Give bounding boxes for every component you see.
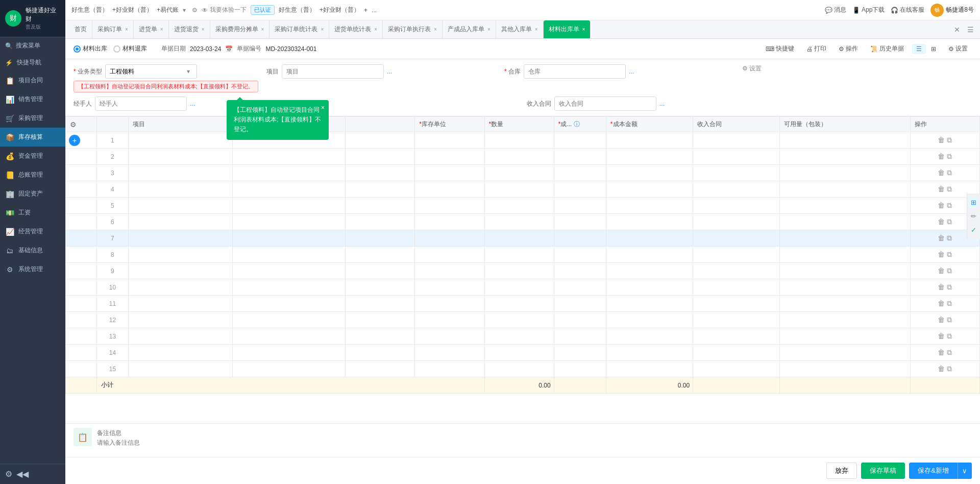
row-3-copy-icon[interactable]: ⧉	[947, 168, 952, 177]
row-11-available[interactable]	[780, 296, 910, 312]
row-4-unit[interactable]	[415, 181, 484, 198]
row-3-available[interactable]	[780, 165, 910, 181]
row-2-cost-amount[interactable]	[606, 149, 693, 165]
row-12-quantity[interactable]	[484, 312, 554, 328]
row-12-unit[interactable]	[415, 312, 484, 328]
row-13-copy-icon[interactable]: ⧉	[947, 332, 952, 341]
row-2-unit[interactable]	[415, 149, 484, 165]
row-2-material[interactable]	[232, 149, 345, 165]
row-15-cost-amount[interactable]	[606, 361, 693, 377]
row-3-cost-amount[interactable]	[606, 165, 693, 181]
row-7-available[interactable]	[780, 230, 910, 247]
row-1-cost-amount[interactable]	[606, 132, 693, 149]
row-6-cost[interactable]	[554, 214, 606, 230]
row-15-cost[interactable]	[554, 361, 606, 377]
tab-goods-stats-close[interactable]: ×	[374, 27, 377, 32]
sidebar-item-sales[interactable]: 📊 销售管理	[0, 90, 65, 109]
row-4-project[interactable]	[128, 181, 232, 198]
row-1-unit[interactable]	[415, 132, 484, 149]
row-1-project[interactable]	[128, 132, 232, 149]
row-4-income-contract[interactable]	[693, 181, 780, 198]
warehouse-dots[interactable]: ...	[629, 68, 634, 75]
date-value[interactable]: 2023-03-24	[190, 45, 221, 53]
row-13-spec[interactable]	[346, 328, 415, 345]
topbar-settings-icon[interactable]: ⚙	[192, 7, 198, 14]
row-14-cost[interactable]	[554, 345, 606, 361]
row-13-cost-amount[interactable]	[606, 328, 693, 345]
row-10-copy-icon[interactable]: ⧉	[947, 283, 952, 292]
tab-purchase-fee[interactable]: 采购费用分摊单×	[210, 20, 270, 38]
topbar-trial[interactable]: 👁 我要体验一下	[202, 6, 247, 14]
row-14-available[interactable]	[780, 345, 910, 361]
tab-purchase-order-close[interactable]: ×	[125, 27, 128, 32]
warehouse-input[interactable]	[524, 64, 626, 79]
list-view-btn[interactable]: ☰	[912, 44, 926, 54]
row-10-unit[interactable]	[415, 279, 484, 296]
tab-purchase-stats-close[interactable]: ×	[321, 27, 324, 32]
row-1-cost[interactable]	[554, 132, 606, 149]
row-7-project[interactable]	[128, 230, 232, 247]
row-14-quantity[interactable]	[484, 345, 554, 361]
row-2-available[interactable]	[780, 149, 910, 165]
sidebar-item-system[interactable]: ⚙ 系统管理	[0, 260, 65, 279]
row-7-material[interactable]	[232, 230, 345, 247]
row-4-available[interactable]	[780, 181, 910, 198]
row-2-project[interactable]	[128, 149, 232, 165]
row-13-cost[interactable]	[554, 328, 606, 345]
settings-btn[interactable]: ⚙ 设置	[944, 43, 972, 55]
income-contract-dots[interactable]: ...	[659, 100, 665, 107]
row-6-available[interactable]	[780, 214, 910, 230]
row-3-unit[interactable]	[415, 165, 484, 181]
tab-finished-goods[interactable]: 产成品入库单×	[443, 20, 496, 38]
row-4-delete-icon[interactable]: 🗑	[938, 185, 945, 193]
row-8-cost-amount[interactable]	[606, 247, 693, 263]
row-13-quantity[interactable]	[484, 328, 554, 345]
row-14-income-contract[interactable]	[693, 345, 780, 361]
row-10-available[interactable]	[780, 279, 910, 296]
row-12-spec[interactable]	[346, 312, 415, 328]
radio-material-out[interactable]: 材料出库	[74, 44, 107, 53]
row-9-spec[interactable]	[346, 263, 415, 279]
topbar-nav-more[interactable]: ...	[372, 7, 377, 14]
table-settings-icon[interactable]: ⚙	[70, 120, 77, 129]
app-download-btn[interactable]: 📱 App下载	[852, 6, 885, 14]
row-2-cost[interactable]	[554, 149, 606, 165]
row-5-cost[interactable]	[554, 198, 606, 214]
search-menu[interactable]: 🔍 搜索菜单	[0, 37, 65, 54]
row-2-spec[interactable]	[346, 149, 415, 165]
tab-other-receipt[interactable]: 其他入库单×	[496, 20, 544, 38]
sidebar-collapse-icon[interactable]: ◀◀	[16, 469, 29, 479]
topbar-nav-dropdown-icon[interactable]: ▾	[183, 7, 186, 14]
page-settings-icon[interactable]: ⚙ 设置	[742, 64, 762, 73]
col-header-settings[interactable]: ⚙	[66, 117, 97, 132]
row-15-delete-icon[interactable]: 🗑	[938, 365, 945, 373]
row-7-cost[interactable]	[554, 230, 606, 247]
sidebar-item-purchase[interactable]: 🛒 采购管理	[0, 109, 65, 128]
topbar-nav-good-wealth[interactable]: +好业财（普）	[112, 6, 153, 14]
row-8-spec[interactable]	[346, 247, 415, 263]
row-15-spec[interactable]	[346, 361, 415, 377]
tab-goods-return[interactable]: 进货退货×	[169, 20, 210, 38]
row-8-project[interactable]	[128, 247, 232, 263]
row-3-quantity[interactable]	[484, 165, 554, 181]
row-5-project[interactable]	[128, 198, 232, 214]
sidebar-item-inventory[interactable]: 📦 库存核算	[0, 128, 65, 147]
row-7-copy-icon[interactable]: ⧉	[947, 234, 952, 243]
row-1-spec[interactable]	[346, 132, 415, 149]
row-12-available[interactable]	[780, 312, 910, 328]
row-6-material[interactable]	[232, 214, 345, 230]
row-15-quantity[interactable]	[484, 361, 554, 377]
row-10-spec[interactable]	[346, 279, 415, 296]
row-3-income-contract[interactable]	[693, 165, 780, 181]
row-11-delete-icon[interactable]: 🗑	[938, 299, 945, 308]
topbar-nav-plus[interactable]: +	[364, 7, 368, 14]
handler-input[interactable]	[95, 96, 187, 111]
sidebar-item-ledger[interactable]: 📒 总账管理	[0, 165, 65, 184]
row-1-project-input[interactable]	[132, 137, 229, 144]
row-4-material[interactable]	[232, 181, 345, 198]
row-13-project[interactable]	[128, 328, 232, 345]
row-11-quantity[interactable]	[484, 296, 554, 312]
topbar-nav-good-biz[interactable]: 好生意（普）	[71, 6, 108, 14]
topbar-nav-good-wealth2[interactable]: +好业财（普）	[320, 6, 360, 14]
sidebar-settings-icon[interactable]: ⚙	[5, 469, 12, 479]
